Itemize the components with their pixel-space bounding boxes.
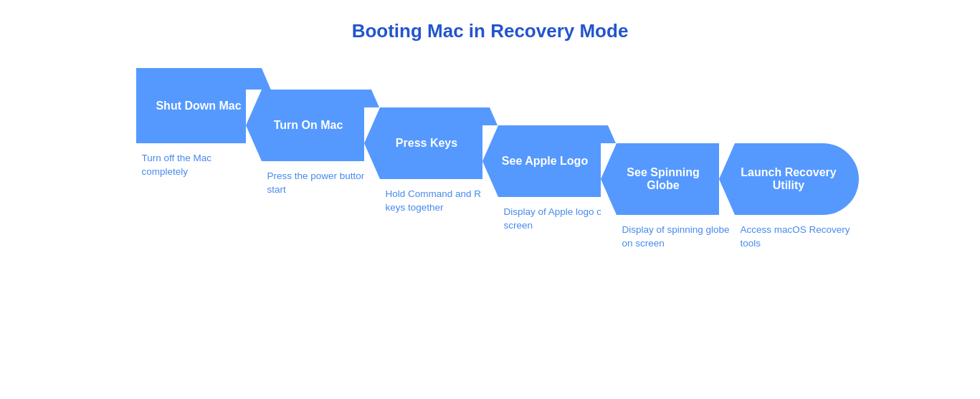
step-3-description: Hold Command and R keys together	[380, 188, 498, 215]
step-5-description: Display of spinning globe on screen	[617, 223, 735, 251]
step-5-label: See Spinning Globe	[608, 166, 719, 192]
step-2-description: Press the power button to start	[262, 170, 380, 197]
step-1-arrow: Shut Down Mac	[136, 68, 262, 143]
step-6-label: Launch Recovery Utility	[726, 166, 852, 192]
step-1-wrapper: Shut Down Mac Turn off the Mac completel…	[136, 68, 262, 179]
step-3-label: Press Keys	[390, 137, 463, 150]
step-1-description: Turn off the Mac completely	[136, 152, 254, 179]
step-6-description: Access macOS Recovery tools	[735, 223, 853, 251]
step-2-label: Turn On Mac	[268, 119, 349, 132]
page-title: Booting Mac in Recovery Mode	[352, 20, 629, 42]
step-1-label: Shut Down Mac	[150, 100, 247, 112]
step-4-label: See Apple Logo	[496, 155, 594, 168]
flow-container: Shut Down Mac Turn off the Mac completel…	[136, 68, 859, 251]
step-4-description: Display of Apple logo on screen	[498, 206, 617, 233]
